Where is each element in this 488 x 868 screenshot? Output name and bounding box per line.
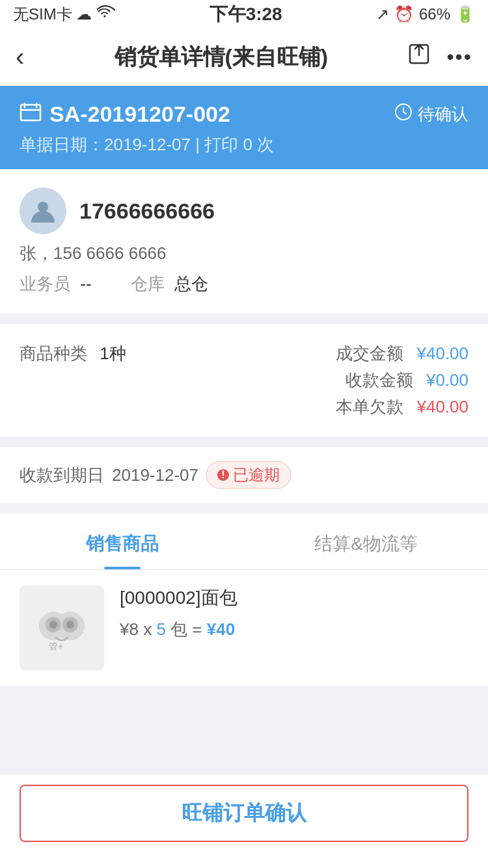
svg-point-3 — [38, 202, 48, 212]
share-icon[interactable] — [407, 42, 431, 72]
owed-label: 本单欠款 — [336, 396, 403, 418]
overdue-badge: ! 已逾期 — [206, 461, 291, 489]
battery-icon: 🔋 — [455, 5, 475, 23]
customer-contact: 张，156 6666 6666 — [20, 242, 468, 265]
status-right: ↗ ⏰ 66% 🔋 — [376, 5, 475, 23]
battery-label: 66% — [419, 5, 450, 23]
status-bar: 无SIM卡 ☁ 下午3:28 ↗ ⏰ 66% 🔋 — [0, 0, 488, 29]
salesperson-info: 业务员 -- — [20, 273, 92, 295]
warehouse-value: 总仓 — [174, 274, 208, 293]
product-equals: = — [192, 619, 206, 639]
bottom-bar: 旺铺订单确认 — [0, 774, 488, 868]
due-date-label: 收款到期日 — [20, 464, 104, 487]
transaction-amount-row: 成交金额 ¥40.00 — [336, 342, 468, 365]
page-title: 销货单详情(来自旺铺) — [34, 42, 407, 72]
avatar — [20, 187, 66, 234]
summary-card: 商品种类 1种 成交金额 ¥40.00 收款金额 ¥0.00 本单欠款 ¥40.… — [0, 324, 488, 437]
product-title: 面包 — [201, 588, 237, 608]
goods-type-value: 1种 — [100, 344, 126, 363]
product-total: ¥40 — [207, 619, 235, 639]
status-left: 无SIM卡 ☁ — [13, 4, 115, 25]
product-section: 管+ [0000002]面包 ¥8 x 5 包 = ¥40 — [0, 570, 488, 686]
due-date-value: 2019-12-07 — [112, 465, 198, 485]
tabs-container: 销售商品 结算&物流等 — [0, 513, 488, 570]
more-icon[interactable]: ••• — [446, 45, 472, 69]
alarm-icon: ⏰ — [394, 5, 414, 23]
product-item: 管+ [0000002]面包 ¥8 x 5 包 = ¥40 — [20, 586, 468, 670]
salesperson-label: 业务员 — [20, 274, 70, 293]
customer-name: 17666666666 — [79, 198, 215, 224]
goods-type-label: 商品种类 — [20, 344, 87, 363]
order-id: SA-20191207-002 — [20, 102, 230, 127]
goods-type-item: 商品种类 1种 — [20, 342, 126, 365]
product-price-row: ¥8 x 5 包 = ¥40 — [120, 618, 468, 641]
no-sim-label: 无SIM卡 ☁ — [13, 4, 92, 25]
overdue-text: 已逾期 — [233, 465, 280, 485]
svg-rect-1 — [21, 105, 40, 120]
owed-amount-row: 本单欠款 ¥40.00 — [336, 396, 468, 418]
customer-info-row: 17666666666 — [20, 187, 468, 234]
product-unit-price: ¥8 — [120, 619, 139, 639]
nav-bar: ‹ 销货单详情(来自旺铺) ••• — [0, 29, 488, 86]
tab-settlement[interactable]: 结算&物流等 — [244, 513, 488, 569]
back-button[interactable]: ‹ — [16, 42, 24, 72]
wifi-icon — [97, 5, 115, 23]
received-amount: ¥0.00 — [426, 370, 468, 390]
salesperson-value: -- — [80, 274, 91, 293]
order-status: 待确认 — [394, 103, 468, 126]
product-code: [0000002] — [120, 588, 201, 608]
due-date-card: 收款到期日 2019-12-07 ! 已逾期 — [0, 447, 488, 503]
product-info: [0000002]面包 ¥8 x 5 包 = ¥40 — [120, 586, 468, 641]
product-placeholder-icon: 管+ — [20, 586, 104, 670]
owed-amount: ¥40.00 — [416, 397, 468, 417]
order-id-row: SA-20191207-002 待确认 — [20, 102, 468, 127]
order-header: SA-20191207-002 待确认 单据日期：2019-12-07 | 打印… — [0, 86, 488, 169]
product-multiply: x — [143, 619, 156, 639]
warehouse-info: 仓库 总仓 — [131, 273, 208, 295]
overdue-icon: ! — [217, 469, 229, 481]
location-icon: ↗ — [376, 5, 389, 23]
received-label: 收款金额 — [346, 369, 413, 392]
order-icon — [20, 102, 42, 127]
customer-meta: 业务员 -- 仓库 总仓 — [20, 273, 468, 295]
warehouse-label: 仓库 — [131, 274, 165, 293]
clock-icon — [394, 103, 413, 126]
summary-right: 成交金额 ¥40.00 收款金额 ¥0.00 本单欠款 ¥40.00 — [336, 342, 468, 418]
transaction-amount: ¥40.00 — [416, 344, 468, 364]
product-image: 管+ — [20, 586, 104, 670]
tabs: 销售商品 结算&物流等 — [0, 513, 488, 570]
order-date: 单据日期：2019-12-07 | 打印 0 次 — [20, 133, 468, 156]
received-amount-row: 收款金额 ¥0.00 — [346, 369, 468, 392]
tab-sales-goods[interactable]: 销售商品 — [0, 513, 244, 569]
svg-text:管+: 管+ — [49, 641, 63, 651]
customer-card: 17666666666 张，156 6666 6666 业务员 -- 仓库 总仓 — [0, 169, 488, 314]
svg-point-8 — [49, 621, 57, 629]
summary-left: 商品种类 1种 — [20, 342, 126, 365]
transaction-label: 成交金额 — [336, 342, 403, 365]
product-unit: 包 — [170, 619, 187, 639]
product-qty: 5 — [156, 619, 165, 639]
status-time: 下午3:28 — [210, 2, 282, 27]
confirm-order-button[interactable]: 旺铺订单确认 — [20, 785, 468, 842]
product-name: [0000002]面包 — [120, 586, 468, 610]
nav-actions: ••• — [407, 42, 472, 72]
svg-point-9 — [66, 621, 74, 629]
